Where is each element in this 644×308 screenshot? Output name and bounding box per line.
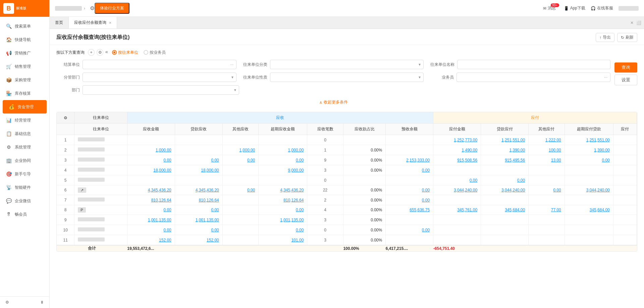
- download-button[interactable]: 📱 App下载: [564, 5, 585, 11]
- sidebar-item-enterprise[interactable]: 🏢 企业协同: [0, 154, 49, 167]
- sidebar-item-marketing[interactable]: 📢 营销推广: [0, 46, 49, 60]
- table-area: ⚙ 往来单位 应收 应付 往来单位 应收金额 贷款应收 其他应收 超期应收金额: [50, 112, 644, 258]
- set-button[interactable]: 设置: [614, 75, 637, 85]
- total-ap-extra: [613, 245, 637, 251]
- ap-extra-header: 应付: [613, 124, 637, 135]
- dept-manager-select[interactable]: ▾: [83, 73, 236, 82]
- total-ar-count: [307, 245, 343, 251]
- query-button[interactable]: 查询: [614, 62, 637, 73]
- logo-icon: B: [3, 3, 14, 14]
- logo-text: 畅捷通爱 标准版: [16, 6, 26, 11]
- marketing-icon: 📢: [5, 50, 12, 56]
- partner-header: 往来单位: [74, 124, 127, 135]
- sidebar-nav: 🔍 搜索菜单 🏠 快捷导航 📢 营销推广 🛒 销售管理 📦 采购管理 🏪 库存核…: [0, 17, 49, 296]
- total-ar-loan: [175, 245, 222, 251]
- sidebar-item-purchase[interactable]: 📦 采购管理: [0, 73, 49, 87]
- sidebar-footer: ⚙ ⏸: [0, 296, 49, 308]
- quick-nav-icon: 🏠: [5, 36, 12, 43]
- settlement-dots-icon: ···: [230, 62, 233, 67]
- employee-dots-icon: ···: [604, 75, 607, 80]
- settlement-input[interactable]: ···: [83, 60, 236, 69]
- filter-partner-name: 往来单位名称: [430, 60, 610, 69]
- sidebar: B 畅捷通爱 标准版 🔍 搜索菜单 🏠 快捷导航 📢 营销推广 🛒 销售管理 📦…: [0, 0, 50, 308]
- add-scheme-button[interactable]: +: [88, 49, 95, 56]
- refresh-button[interactable]: ↻ 刷新: [617, 33, 637, 42]
- collapse-sidebar-icon[interactable]: ⏸: [40, 300, 44, 305]
- scheme-by-employee[interactable]: 按业务员: [144, 50, 166, 55]
- header-gear-icon[interactable]: ⚙: [90, 5, 95, 11]
- total-ap-loan: [481, 245, 529, 251]
- scheme-by-partner[interactable]: 按往来单位: [112, 50, 138, 55]
- filter-dept: 部门 ▾: [56, 85, 239, 95]
- group-header-row: ⚙ 往来单位 应收 应付: [57, 112, 637, 124]
- sidebar-logo: B 畅捷通爱 标准版: [0, 0, 49, 17]
- sidebar-item-hardware[interactable]: 📡 智能硬件: [0, 181, 49, 194]
- scheme-nav-icon[interactable]: «: [105, 49, 108, 56]
- purchase-icon: 📦: [5, 77, 12, 83]
- header: › ⚙ 体验行业方案 ✉ 消息 99+ 📱 App下载 🎧 在线客服: [50, 0, 644, 17]
- tab-ar-ap[interactable]: 应收应付余额查询 ×: [69, 17, 117, 29]
- export-button[interactable]: ↑ 导出: [596, 33, 614, 42]
- partner-col-header: 往来单位: [74, 112, 127, 124]
- main-area: 首页 应收应付余额查询 × ✕ ⬜ 应收应付余额查询(按往来单位) ↑ 导出 ↻…: [50, 17, 644, 308]
- tab-maximize-icon[interactable]: ⬜: [636, 20, 641, 25]
- table-body: 101,252,773.001,251,551.001,222.001,251,…: [57, 135, 637, 246]
- filter-area: 按以下方案查询 + ⚙ « 按往来单位: [50, 45, 644, 112]
- collapse-filter-button[interactable]: ∧ 收起更多条件: [56, 98, 610, 108]
- tab-close-window-icon[interactable]: ✕: [630, 20, 634, 25]
- ar-group-header: 应收: [127, 112, 433, 124]
- edit-scheme-button[interactable]: ⚙: [97, 49, 103, 56]
- dept-select[interactable]: ▾: [83, 85, 239, 95]
- finance-icon: 💰: [8, 103, 15, 110]
- total-ap-other: [529, 245, 565, 251]
- employee-input[interactable]: ···: [457, 73, 610, 82]
- total-ar-other: [222, 245, 259, 251]
- tab-home[interactable]: 首页: [50, 17, 69, 29]
- ar-count-header: 应收笔数: [307, 124, 343, 135]
- sidebar-item-search-menu[interactable]: 🔍 搜索菜单: [0, 19, 49, 33]
- message-button[interactable]: ✉ 消息 99+: [543, 5, 556, 11]
- sidebar-item-quick-nav[interactable]: 🏠 快捷导航: [0, 33, 49, 46]
- table-row: 101,252,773.001,251,551.001,222.001,251,…: [57, 135, 637, 145]
- sidebar-item-warehouse[interactable]: 🏪 库存核算: [0, 87, 49, 100]
- sidebar-item-guide[interactable]: 🎯 新手引导: [0, 167, 49, 181]
- ar-other-header: 其他应收: [222, 124, 259, 135]
- table-wrapper: ⚙ 往来单位 应收 应付 往来单位 应收金额 贷款应收 其他应收 超期应收金额: [56, 112, 637, 252]
- data-table: ⚙ 往来单位 应收 应付 往来单位 应收金额 贷款应收 其他应收 超期应收金额: [57, 112, 637, 251]
- table-row: 11152.00152.00101.0030.00%: [57, 235, 637, 246]
- sidebar-item-system[interactable]: ⚙ 系统管理: [0, 140, 49, 154]
- settings-col-header[interactable]: ⚙: [57, 112, 74, 124]
- service-button[interactable]: 🎧 在线客服: [591, 5, 613, 11]
- message-badge: 99+: [551, 3, 559, 7]
- chevron-icon: ›: [84, 6, 85, 11]
- sidebar-item-base-info[interactable]: 📋 基础信息: [0, 127, 49, 140]
- partner-category-select[interactable]: ▾: [270, 60, 423, 69]
- partner-nature-select[interactable]: ▾: [270, 73, 423, 82]
- download-icon: 📱: [564, 6, 569, 11]
- sidebar-item-operation[interactable]: 📊 经营管理: [0, 114, 49, 127]
- total-ar-amount: 19,553,472,6...: [127, 245, 175, 251]
- column-header-row: 往来单位 应收金额 贷款应收 其他应收 超期应收金额 应收笔数 应收款占比 预收…: [57, 124, 637, 135]
- sidebar-item-sales[interactable]: 🛒 销售管理: [0, 60, 49, 73]
- search-menu-icon: 🔍: [5, 23, 12, 30]
- ap-group-header: 应付: [433, 112, 637, 124]
- refresh-icon: ↻: [621, 35, 624, 40]
- system-icon: ⚙: [5, 144, 12, 150]
- sidebar-item-wechat[interactable]: 💬 企业微信: [0, 194, 49, 208]
- ar-prepay-header: 预收余额: [386, 124, 433, 135]
- tab-close-icon[interactable]: ×: [109, 20, 111, 25]
- user-info[interactable]: [619, 6, 639, 11]
- action-buttons: 查询 设置: [610, 49, 637, 85]
- page-header: 应收应付余额查询(按往来单位) ↑ 导出 ↻ 刷新: [50, 29, 644, 45]
- table-row: 6↗4,345,436.204,345,436.200.004,345,436.…: [57, 185, 637, 195]
- partner-name-input[interactable]: [457, 60, 610, 69]
- sidebar-item-member[interactable]: 🎖 畅会员: [0, 208, 49, 221]
- promo-button[interactable]: 体验行业方案: [95, 3, 129, 14]
- radio-dot-partner: [112, 50, 117, 55]
- base-info-icon: 📋: [5, 130, 12, 137]
- page-title: 应收应付余额查询(按往来单位): [56, 34, 130, 41]
- settings-icon[interactable]: ⚙: [5, 300, 9, 305]
- operation-icon: 📊: [5, 117, 12, 124]
- enterprise-icon: 🏢: [5, 157, 12, 164]
- sidebar-item-finance[interactable]: 💰 资金管理: [3, 100, 47, 114]
